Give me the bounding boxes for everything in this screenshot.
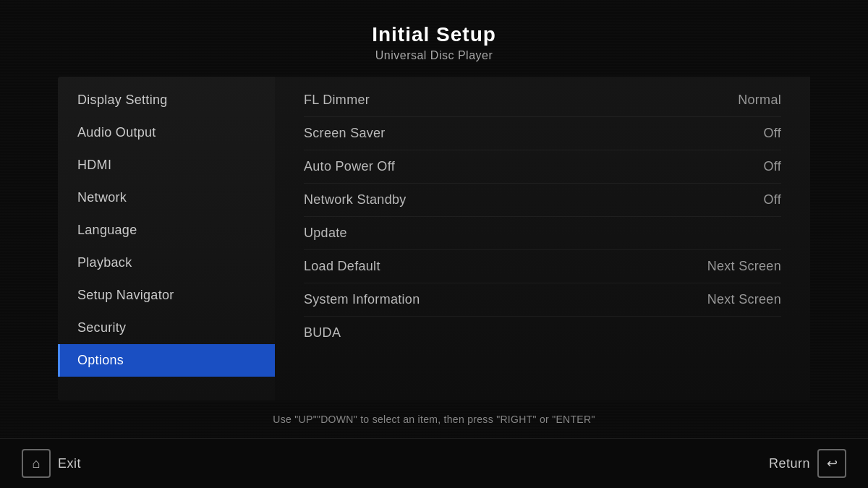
footer-instruction: Use "UP""DOWN" to select an item, then p… (0, 401, 868, 438)
sidebar-item-audio-output[interactable]: Audio Output (58, 116, 275, 149)
settings-row-system-information[interactable]: System Information Next Screen (304, 283, 781, 317)
settings-value-network-standby: Off (763, 192, 781, 207)
settings-row-network-standby[interactable]: Network Standby Off (304, 184, 781, 217)
return-icon: ↩ (817, 449, 846, 478)
sidebar-item-security[interactable]: Security (58, 312, 275, 344)
settings-label-load-default: Load Default (304, 259, 380, 274)
sidebar-item-hdmi[interactable]: HDMI (58, 149, 275, 181)
sidebar-item-network[interactable]: Network (58, 181, 275, 214)
sidebar: Display Setting Audio Output HDMI Networ… (58, 77, 275, 401)
settings-label-system-information: System Information (304, 292, 420, 307)
settings-row-fl-dimmer[interactable]: FL Dimmer Normal (304, 84, 781, 117)
sidebar-item-playback[interactable]: Playback (58, 247, 275, 279)
page: Initial Setup Universal Disc Player Disp… (0, 0, 868, 488)
settings-list: FL Dimmer Normal Screen Saver Off Auto P… (304, 84, 781, 349)
settings-row-screen-saver[interactable]: Screen Saver Off (304, 117, 781, 150)
return-label: Return (769, 456, 810, 471)
settings-label-network-standby: Network Standby (304, 192, 407, 207)
settings-row-auto-power-off[interactable]: Auto Power Off Off (304, 150, 781, 184)
settings-label-auto-power-off: Auto Power Off (304, 159, 395, 174)
settings-value-load-default: Next Screen (707, 259, 781, 274)
bottom-bar: ⌂ Exit Return ↩ (0, 438, 868, 488)
sidebar-item-options[interactable]: Options (58, 344, 275, 377)
exit-button[interactable]: ⌂ Exit (22, 449, 81, 478)
home-icon: ⌂ (22, 449, 51, 478)
settings-label-update: Update (304, 226, 347, 241)
main-content: Display Setting Audio Output HDMI Networ… (0, 77, 868, 401)
sidebar-item-language[interactable]: Language (58, 214, 275, 247)
sidebar-item-setup-navigator[interactable]: Setup Navigator (58, 279, 275, 312)
settings-value-fl-dimmer: Normal (738, 93, 781, 108)
settings-label-screen-saver: Screen Saver (304, 126, 386, 141)
return-button[interactable]: Return ↩ (769, 449, 846, 478)
content-panel: FL Dimmer Normal Screen Saver Off Auto P… (275, 77, 810, 401)
settings-row-load-default[interactable]: Load Default Next Screen (304, 250, 781, 283)
settings-row-buda[interactable]: BUDA (304, 317, 781, 349)
page-title: Initial Setup (0, 23, 868, 46)
exit-label: Exit (58, 456, 81, 471)
settings-value-auto-power-off: Off (763, 159, 781, 174)
settings-label-fl-dimmer: FL Dimmer (304, 93, 370, 108)
header: Initial Setup Universal Disc Player (0, 0, 868, 77)
settings-value-screen-saver: Off (763, 126, 781, 141)
page-subtitle: Universal Disc Player (0, 49, 868, 62)
settings-row-update[interactable]: Update (304, 217, 781, 250)
sidebar-item-display-setting[interactable]: Display Setting (58, 84, 275, 116)
settings-value-system-information: Next Screen (707, 292, 781, 307)
settings-label-buda: BUDA (304, 325, 341, 341)
